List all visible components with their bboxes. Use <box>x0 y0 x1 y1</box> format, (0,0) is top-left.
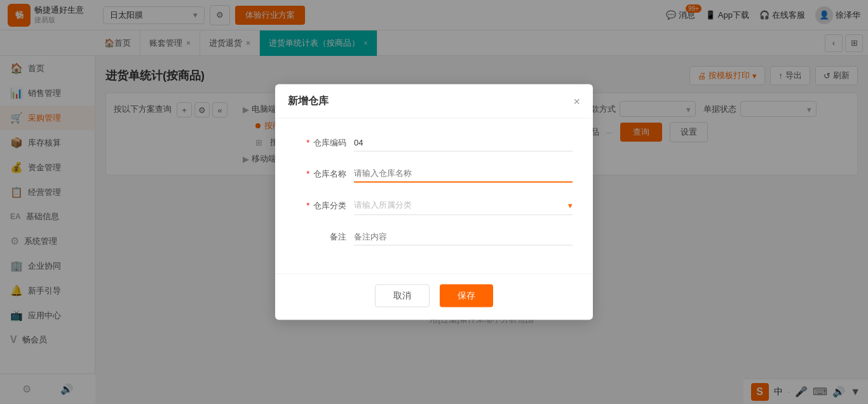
category-select[interactable]: 请输入所属分类 ▾ <box>354 196 573 215</box>
note-label-text: 备注 <box>330 232 346 241</box>
form-row-note: 备注 <box>295 228 573 246</box>
category-label: * 仓库分类 <box>295 199 346 211</box>
form-row-code: * 仓库编码 <box>295 134 573 152</box>
code-label-text: 仓库编码 <box>313 138 346 147</box>
category-placeholder: 请输入所属分类 <box>354 199 412 211</box>
save-button[interactable]: 保存 <box>440 285 493 307</box>
note-input[interactable] <box>354 228 573 246</box>
modal-body: * 仓库编码 * 仓库名称 * 仓库分类 请输入所属分类 ▾ <box>275 119 593 274</box>
modal-header: 新增仓库 × <box>275 84 593 119</box>
name-label: * 仓库名称 <box>295 168 346 179</box>
add-warehouse-modal: 新增仓库 × * 仓库编码 * 仓库名称 * 仓库分类 请输入 <box>275 84 593 320</box>
name-label-text: 仓库名称 <box>313 168 346 178</box>
form-row-category: * 仓库分类 请输入所属分类 ▾ <box>295 196 573 215</box>
cancel-button[interactable]: 取消 <box>375 285 430 307</box>
category-label-text: 仓库分类 <box>313 200 346 210</box>
code-label: * 仓库编码 <box>295 137 346 149</box>
modal-footer: 取消 保存 <box>275 274 593 320</box>
category-dropdown-arrow: ▾ <box>568 200 573 210</box>
required-star-code: * <box>306 138 309 147</box>
name-input[interactable] <box>354 165 573 183</box>
required-star-name: * <box>306 168 309 178</box>
required-star-category: * <box>306 200 309 210</box>
form-row-name: * 仓库名称 <box>295 165 573 183</box>
code-input[interactable] <box>354 134 573 152</box>
note-label: 备注 <box>295 231 346 243</box>
modal-close-button[interactable]: × <box>573 95 580 107</box>
modal-title: 新增仓库 <box>288 95 329 108</box>
